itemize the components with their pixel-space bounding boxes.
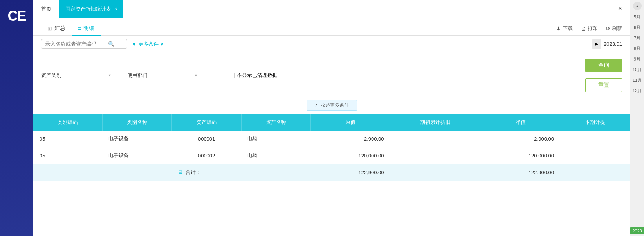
cell-category: 电子设备 xyxy=(102,131,171,147)
sidebar-month-item[interactable]: 8月 xyxy=(633,43,642,54)
cell-asset-code: 000002 xyxy=(172,147,241,164)
tab-title: 固定资产折旧统计表 xyxy=(65,5,111,13)
table-row: 05 电子设备 000001 电脑 2,900.00 2,900.00 xyxy=(33,131,630,147)
dept-select-wrapper[interactable] xyxy=(151,72,198,79)
hide-cleared-checkbox[interactable] xyxy=(229,73,235,78)
dept-label: 使用部门 xyxy=(127,72,148,79)
chevron-down-icon: ∨ xyxy=(160,41,164,47)
hide-cleared-field: 不显示已清理数据 xyxy=(229,72,278,79)
advanced-filter: 资产类别 使用部门 不显示已清理数据 xyxy=(33,52,630,114)
asset-type-select-wrapper[interactable] xyxy=(65,72,112,79)
more-filter-btn[interactable]: ▼ 更多条件 ∨ xyxy=(132,41,164,48)
cell-original-value: 2,900.00 xyxy=(311,131,390,147)
cell-current-depr xyxy=(560,131,630,147)
print-btn[interactable]: 🖨 打印 xyxy=(581,25,598,32)
col-header-current-depr: 本期计提 xyxy=(560,114,630,131)
window-close-icon[interactable]: × xyxy=(618,5,622,13)
tab-detail-label: 明细 xyxy=(83,25,94,32)
col-header-code: 类别编码 xyxy=(33,114,102,131)
col-header-net-value: 净值 xyxy=(481,114,560,131)
reset-button[interactable]: 重置 xyxy=(585,78,622,92)
col-header-category: 类别名称 xyxy=(102,114,171,131)
cell-asset-name: 电脑 xyxy=(241,131,310,147)
tab-detail[interactable]: ≡ 明细 xyxy=(72,25,101,36)
search-icon: 🔍 xyxy=(108,41,114,47)
asset-type-select[interactable] xyxy=(65,72,112,79)
total-original-value: 122,900.00 xyxy=(311,164,390,181)
search-input[interactable] xyxy=(45,41,108,47)
date-display: 2023.01 xyxy=(604,41,622,47)
asset-type-field: 资产类别 xyxy=(41,72,112,79)
total-label: 合计： xyxy=(186,169,201,175)
close-tab-icon[interactable]: × xyxy=(114,6,117,12)
cell-asset-name: 电脑 xyxy=(241,147,310,164)
dept-field: 使用部门 xyxy=(127,72,198,79)
filter-icon: ▼ xyxy=(132,41,137,47)
cell-accumulated-depr xyxy=(390,147,481,164)
cell-net-value: 2,900.00 xyxy=(481,131,560,147)
filter-bar: 🔍 ▼ 更多条件 ∨ ► 2023.01 xyxy=(33,36,630,52)
download-btn[interactable]: ⬇ 下载 xyxy=(556,25,573,32)
ce-logo-sidebar: CE xyxy=(0,0,33,236)
sidebar-month-item[interactable]: 9月 xyxy=(633,54,642,64)
table-header-row: 类别编码 类别名称 资产编码 资产名称 原值 期初累计折旧 净值 本期计提 xyxy=(33,114,630,131)
main-container: 首页 固定资产折旧统计表 × × ⊞ 汇总 ≡ 明细 ⬇ 下载 🖨 打印 xyxy=(33,0,630,236)
cell-code: 05 xyxy=(33,147,102,164)
cell-current-depr xyxy=(560,147,630,164)
hide-cleared-label: 不显示已清理数据 xyxy=(237,72,278,79)
detail-icon: ≡ xyxy=(78,25,81,32)
sidebar-month-item[interactable]: 12月 xyxy=(633,86,642,96)
total-net-value: 122,900.00 xyxy=(481,164,560,181)
sidebar-nav-up[interactable]: ▲ xyxy=(633,2,642,10)
sidebar-month-item[interactable]: 5月 xyxy=(633,12,642,22)
date-nav-wrapper: ► 2023.01 xyxy=(592,39,622,49)
total-icon: ⊞ xyxy=(178,169,182,175)
sidebar-months: 5月6月7月8月9月10月11月12月 xyxy=(633,12,642,96)
table-container: 类别编码 类别名称 资产编码 资产名称 原值 期初累计折旧 净值 本期计提 05… xyxy=(33,114,630,236)
sidebar-month-item[interactable]: 7月 xyxy=(633,33,642,43)
sidebar-month-item[interactable]: 10月 xyxy=(633,64,642,75)
cell-category: 电子设备 xyxy=(102,147,171,164)
ce-logo-text: CE xyxy=(7,8,25,24)
total-accumulated-depr xyxy=(390,164,481,181)
cell-original-value: 120,000.00 xyxy=(311,147,390,164)
cell-asset-code: 000001 xyxy=(172,131,241,147)
cell-accumulated-depr xyxy=(390,131,481,147)
nav-home[interactable]: 首页 xyxy=(33,0,59,18)
table-body: 05 电子设备 000001 电脑 2,900.00 2,900.00 05 电… xyxy=(33,131,630,181)
table-row: 05 电子设备 000002 电脑 120,000.00 120,000.00 xyxy=(33,147,630,164)
collapse-more-section: ∧ 收起更多条件 xyxy=(41,97,622,114)
col-header-asset-name: 资产名称 xyxy=(241,114,310,131)
print-icon: 🖨 xyxy=(581,25,586,32)
tab-summary-label: 汇总 xyxy=(54,25,65,32)
asset-type-label: 资产类别 xyxy=(41,72,61,79)
download-icon: ⬇ xyxy=(556,25,561,32)
cell-net-value: 120,000.00 xyxy=(481,147,560,164)
filter-btn-group: 查询 重置 xyxy=(585,59,622,92)
collapse-up-icon: ∧ xyxy=(315,103,318,108)
col-header-asset-code: 资产编码 xyxy=(172,114,241,131)
sidebar-month-item[interactable]: 11月 xyxy=(633,75,642,86)
sub-tabs-bar: ⊞ 汇总 ≡ 明细 ⬇ 下载 🖨 打印 ↺ 刷新 xyxy=(33,18,630,36)
top-nav: 首页 固定资产折旧统计表 × × xyxy=(33,0,630,18)
collapse-arrow-btn[interactable]: ► xyxy=(592,39,601,49)
cell-code: 05 xyxy=(33,131,102,147)
summary-icon: ⊞ xyxy=(47,25,52,32)
col-header-accumulated-depr: 期初累计折旧 xyxy=(390,114,481,131)
sidebar-year-badge[interactable]: 2023 xyxy=(630,227,644,234)
right-sidebar: ▲ 5月6月7月8月9月10月11月12月 2023 xyxy=(630,0,644,236)
col-header-original-value: 原值 xyxy=(311,114,390,131)
collapse-more-btn[interactable]: ∧ 收起更多条件 xyxy=(307,100,357,111)
sidebar-month-item[interactable]: 6月 xyxy=(633,22,642,33)
tab-summary[interactable]: ⊞ 汇总 xyxy=(41,25,72,36)
refresh-btn[interactable]: ↺ 刷新 xyxy=(606,25,622,32)
nav-tab-fixed-assets[interactable]: 固定资产折旧统计表 × xyxy=(59,0,123,18)
total-current-depr xyxy=(560,164,630,181)
refresh-icon: ↺ xyxy=(606,25,610,32)
query-button[interactable]: 查询 xyxy=(585,59,622,72)
total-row: ⊞ 合计： 122,900.00 122,900.00 xyxy=(33,164,630,181)
dept-select[interactable] xyxy=(151,72,198,79)
filter-row-1: 资产类别 使用部门 不显示已清理数据 xyxy=(41,59,622,92)
search-input-wrapper[interactable]: 🔍 xyxy=(41,39,127,49)
assets-table: 类别编码 类别名称 资产编码 资产名称 原值 期初累计折旧 净值 本期计提 05… xyxy=(33,114,630,181)
